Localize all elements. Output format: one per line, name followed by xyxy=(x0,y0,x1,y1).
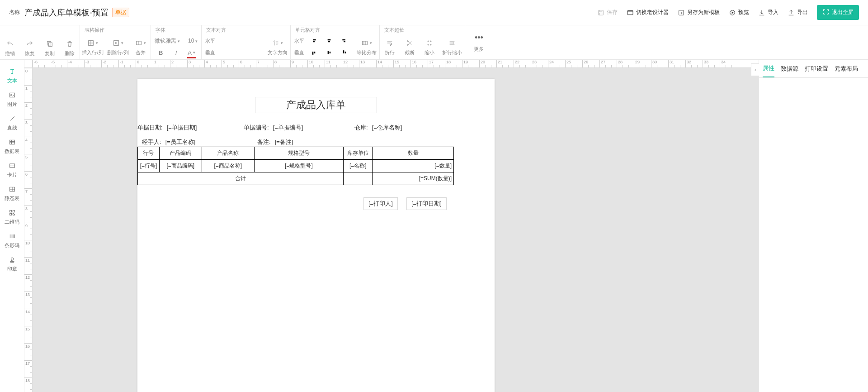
tool-text[interactable]: 文本 xyxy=(0,63,24,87)
exit-fullscreen-button[interactable]: 退出全屏 xyxy=(817,5,859,20)
tool-line[interactable]: 直线 xyxy=(0,110,24,134)
merge-button[interactable]: ▾合并 xyxy=(131,34,151,59)
footer-printer[interactable]: [=打印人] xyxy=(363,197,398,210)
th-name[interactable]: 产品名称 xyxy=(202,147,254,160)
td-spec[interactable]: [=规格型号] xyxy=(254,160,344,172)
valign-middle-button[interactable] xyxy=(234,48,246,57)
td-rownum[interactable]: [=行号] xyxy=(138,160,160,172)
page[interactable]: 产成品入库单 单据日期: [=单据日期] 单据编号: [=单据编号] 仓库: [… xyxy=(137,79,495,392)
save-as-template-button[interactable]: 另存为新模板 xyxy=(678,9,720,16)
table-total-row[interactable]: 合计 [=SUM(数量)] xyxy=(138,172,454,185)
svg-rect-0 xyxy=(599,10,604,15)
td-name[interactable]: [=商品名称] xyxy=(202,160,254,172)
svg-point-22 xyxy=(11,258,13,260)
redo-button[interactable]: 恢复 xyxy=(20,35,40,60)
more-button[interactable]: ••• 更多 xyxy=(465,25,492,59)
delete-row-col-button[interactable]: ▾删除行/列 xyxy=(105,34,131,59)
tool-image[interactable]: 图片 xyxy=(0,87,24,110)
tool-stamp[interactable]: 印章 xyxy=(0,252,24,275)
italic-button[interactable]: I xyxy=(170,48,182,57)
import-icon xyxy=(758,9,765,16)
import-button[interactable]: 导入 xyxy=(758,9,778,16)
more-icon: ••• xyxy=(475,32,483,43)
trash-icon xyxy=(66,38,73,49)
align-left-button[interactable] xyxy=(219,36,231,46)
doc-title[interactable]: 产成品入库单 xyxy=(255,97,377,113)
save-button[interactable]: 保存 xyxy=(597,9,618,16)
switch-designer-button[interactable]: 切换老设计器 xyxy=(627,9,669,16)
font-family-select[interactable]: 微软雅黑▾ xyxy=(155,37,180,45)
valign-top-button[interactable] xyxy=(219,48,231,57)
exit-fullscreen-label: 退出全屏 xyxy=(832,9,854,16)
preview-button[interactable]: 预览 xyxy=(729,9,749,16)
table-data-row[interactable]: [=行号] [=商品编码] [=商品名称] [=规格型号] [=名称] [=数量… xyxy=(138,160,454,172)
wrap-button[interactable]: 折行 xyxy=(380,34,400,59)
svg-rect-19 xyxy=(9,210,11,212)
field-bill-no[interactable]: 单据编号: [=单据编号] xyxy=(244,122,305,134)
footer-print-date[interactable]: [=打印日期] xyxy=(406,197,447,210)
cut-icon xyxy=(406,38,413,48)
delete-button[interactable]: 删除 xyxy=(60,35,80,60)
svg-marker-5 xyxy=(732,11,734,14)
field-bill-date[interactable]: 单据日期: [=单据日期] xyxy=(137,122,199,134)
cell-valign-bottom-button[interactable] xyxy=(339,48,350,57)
cell-align-left-button[interactable] xyxy=(308,36,320,46)
canvas[interactable]: 产成品入库单 单据日期: [=单据日期] 单据编号: [=单据编号] 仓库: [… xyxy=(33,68,868,392)
tab-element-layout[interactable]: 元素布局 xyxy=(835,61,858,77)
th-code[interactable]: 产品编码 xyxy=(159,147,202,160)
svg-rect-7 xyxy=(47,41,51,45)
td-code[interactable]: [=商品编码] xyxy=(159,160,202,172)
bold-button[interactable]: B xyxy=(155,48,167,57)
qrcode-icon xyxy=(9,208,16,218)
th-rownum[interactable]: 行号 xyxy=(138,147,160,160)
wrap-icon xyxy=(386,38,393,48)
copy-button[interactable]: 复制 xyxy=(40,35,60,60)
page-title: 产成品入库单模板-预置 xyxy=(24,7,108,18)
tab-datasource[interactable]: 数据源 xyxy=(781,61,798,77)
th-unit[interactable]: 库存单位 xyxy=(344,147,373,160)
svg-rect-17 xyxy=(9,164,14,167)
equal-distribute-button[interactable]: ▾等比分布 xyxy=(354,34,379,59)
tool-qrcode[interactable]: 二维码 xyxy=(0,205,24,228)
td-total-value[interactable]: [=SUM(数量)] xyxy=(373,172,454,185)
exit-fullscreen-icon xyxy=(822,8,830,17)
import-label: 导入 xyxy=(768,9,778,16)
cell-align-center-button[interactable] xyxy=(323,36,335,46)
svg-rect-2 xyxy=(627,10,633,14)
name-label: 名称 xyxy=(9,9,20,16)
th-spec[interactable]: 规格型号 xyxy=(254,147,344,160)
tab-properties[interactable]: 属性 xyxy=(763,60,774,77)
export-button[interactable]: 导出 xyxy=(788,9,808,16)
wrap-shrink-button[interactable]: 折行缩小 xyxy=(439,34,465,59)
td-qty[interactable]: [=数量] xyxy=(373,160,454,172)
td-unit[interactable]: [=名称] xyxy=(344,160,373,172)
tool-static-table[interactable]: 静态表 xyxy=(0,181,24,205)
cell-valign-top-button[interactable] xyxy=(308,48,320,57)
undo-button[interactable]: 撤销 xyxy=(0,35,20,60)
align-right-button[interactable] xyxy=(250,36,261,46)
font-color-button[interactable]: A▾ xyxy=(186,48,198,57)
tab-print-settings[interactable]: 打印设置 xyxy=(805,61,828,77)
cell-valign-middle-button[interactable] xyxy=(323,48,335,57)
data-table[interactable]: 行号 产品编码 产品名称 规格型号 库存单位 数量 [=行号] [=商品编码] … xyxy=(137,147,454,185)
table-header-row[interactable]: 行号 产品编码 产品名称 规格型号 库存单位 数量 xyxy=(138,147,454,160)
truncate-button[interactable]: 截断 xyxy=(400,34,420,59)
valign-bottom-button[interactable] xyxy=(250,48,261,57)
shrink-button[interactable]: 缩小 xyxy=(420,34,439,59)
tool-card[interactable]: 卡片 xyxy=(0,158,24,181)
switch-designer-label: 切换老设计器 xyxy=(636,9,669,16)
tool-data-table[interactable]: 数据表 xyxy=(0,134,24,158)
redo-icon xyxy=(26,38,33,49)
align-center-button[interactable] xyxy=(234,36,246,46)
field-warehouse[interactable]: 仓库: [=仓库名称] xyxy=(354,122,404,134)
font-size-select[interactable]: 10▾ xyxy=(188,38,198,44)
insert-row-col-button[interactable]: ▾插入行/列 xyxy=(80,34,105,59)
tool-barcode[interactable]: 条形码 xyxy=(0,228,24,252)
text-direction-button[interactable]: ▾文字方向 xyxy=(265,34,290,59)
cell-align-right-button[interactable] xyxy=(339,36,350,46)
collapse-panel-button[interactable]: › xyxy=(751,63,759,76)
td-total-label[interactable]: 合计 xyxy=(138,172,344,185)
th-qty[interactable]: 数量 xyxy=(373,147,454,160)
td-total-empty[interactable] xyxy=(344,172,373,185)
group-text-align: 文本对齐 xyxy=(202,25,290,34)
